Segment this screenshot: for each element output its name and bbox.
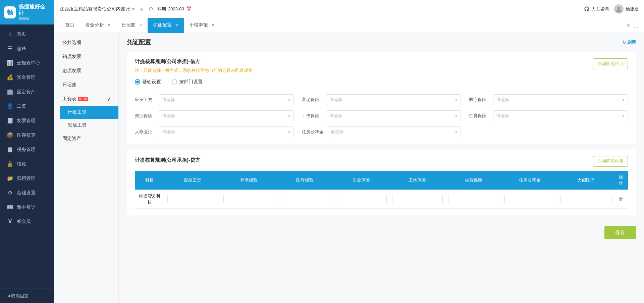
logo-text-block: 畅捷通好会计 旗舰版 <box>18 3 50 21</box>
sidebar-item-label: 基础设置 <box>17 190 36 196</box>
work-injury-arrow-icon: ∨ <box>455 113 458 118</box>
expand-tab-icon[interactable]: ⛶ <box>633 22 639 29</box>
housing-fund-table-input[interactable] <box>504 195 555 203</box>
auto-match-debit-button[interactable]: 自动匹配科目 <box>593 58 628 69</box>
credit-rules-table: 科目 应发工资 养老保险 医疗保险 失业保险 工伤保险 生育保险 住房公积金 大… <box>135 171 628 209</box>
sidebar-item-invoices[interactable]: 🧾 发票管理 <box>0 113 54 128</box>
period-value: 2023-03 <box>168 6 184 11</box>
left-panel-item-public[interactable]: 公共选项 <box>54 36 118 50</box>
table-header-row: 科目 应发工资 养老保险 医疗保险 失业保险 工伤保险 生育保险 住房公积金 大… <box>135 171 628 190</box>
company-selector[interactable]: 江西服宝精品有限责任公司内账张 ▾ <box>60 6 135 12</box>
sidebar-item-ledger[interactable]: ☰ 总账 <box>0 41 54 56</box>
tab-journal-close-icon[interactable]: ✕ <box>139 23 142 28</box>
td-work-injury-input[interactable] <box>389 190 446 209</box>
page-title: 凭证配置 <box>127 38 151 46</box>
radio-department[interactable]: 按部门设置 <box>172 79 203 85</box>
settings-gear-icon[interactable]: ⚙ <box>149 6 153 12</box>
maternity-table-input[interactable] <box>448 195 499 203</box>
right-panel: 凭证配置 ↻ 刷新 计提核算规则(公司承担)-借方 注：只能选择一种方式，系统将… <box>119 33 644 303</box>
sidebar-item-salary[interactable]: 👤 工资 <box>0 99 54 113</box>
sidebar-item-reports[interactable]: 📊 云报表中心 <box>0 56 54 70</box>
guide-icon: 📖 <box>7 204 13 210</box>
add-account-button[interactable]: ＋ <box>139 5 145 13</box>
sidebar-item-vip[interactable]: V 畅会员 <box>0 214 54 229</box>
left-panel-item-payroll-payment[interactable]: 发放工资 <box>60 119 118 132</box>
reports-icon: 📊 <box>7 60 13 66</box>
tab-funds-close-icon[interactable]: ✕ <box>107 23 111 28</box>
large-medical-table-input[interactable] <box>560 195 611 203</box>
tab-tax-close-icon[interactable]: ✕ <box>211 23 215 28</box>
period-selector[interactable]: 账期 2023-03 📅 <box>157 6 192 12</box>
auto-match-credit-button[interactable]: 自动匹配科目 <box>593 156 628 167</box>
pension-label: 养老保险 <box>302 97 322 103</box>
td-pension-input[interactable] <box>221 190 277 209</box>
sidebar-item-label: 首页 <box>17 31 26 37</box>
unemployment-label: 失业保险 <box>135 113 155 119</box>
sidebar-item-tax[interactable]: 📋 税务管理 <box>0 142 54 157</box>
section-credit-rules: 计提核算规则(公司承担)-贷方 自动匹配科目 科目 应发工资 养老保险 医疗保险… <box>127 149 636 215</box>
unemployment-select[interactable]: 请选择 ∨ <box>159 110 294 121</box>
tab-tax-label: 个税申报 <box>189 22 208 28</box>
pension-select[interactable]: 请选择 ∨ <box>326 94 461 105</box>
customer-service-button[interactable]: 🎧 人工咨询 <box>584 6 609 12</box>
save-button[interactable]: 保存 <box>604 226 636 239</box>
tab-funds-label: 资金分析 <box>85 22 104 28</box>
housing-fund-select[interactable]: 请选择 ∨ <box>328 127 461 137</box>
sidebar-item-home[interactable]: ⌂ 首页 <box>0 27 54 41</box>
pension-arrow-icon: ∨ <box>455 97 458 102</box>
base-salary-arrow-icon: ∨ <box>288 97 291 102</box>
work-injury-table-input[interactable] <box>392 195 443 203</box>
left-panel-item-fixed-assets[interactable]: 固定资产 <box>54 132 118 146</box>
user-profile-button[interactable]: 畅捷通 <box>614 4 639 14</box>
td-large-medical-input[interactable] <box>558 190 614 209</box>
radio-group: 基础设置 按部门设置 <box>135 79 253 85</box>
left-panel-group-payroll-header[interactable]: 工资表 NEW ∨ <box>54 92 118 106</box>
th-action: 操作 <box>614 171 628 190</box>
work-injury-select[interactable]: 请选择 ∨ <box>326 110 461 121</box>
radio-basic[interactable]: 基础设置 <box>135 79 161 85</box>
large-medical-select[interactable]: 请选择 ∨ <box>159 127 294 137</box>
cancel-fixed-button[interactable]: ◄取消固定 <box>7 293 48 299</box>
left-panel-item-journal[interactable]: 日记账 <box>54 78 118 92</box>
maternity-label: 生育保险 <box>469 113 489 119</box>
left-panel-group-payroll: 工资表 NEW ∨ 计提工资 发放工资 <box>54 92 118 132</box>
tab-tax-report[interactable]: 个税申报 ✕ <box>184 18 220 33</box>
medical-table-input[interactable] <box>280 195 331 203</box>
tab-home[interactable]: 首页 <box>60 18 80 33</box>
td-delete-action[interactable]: 🗑 <box>614 190 628 209</box>
tab-funds-analysis[interactable]: 资金分析 ✕ <box>80 18 116 33</box>
refresh-button[interactable]: ↻ 刷新 <box>622 39 636 45</box>
td-housing-fund-input[interactable] <box>502 190 558 209</box>
td-medical-input[interactable] <box>277 190 333 209</box>
maternity-placeholder: 请选择 <box>496 113 509 119</box>
left-panel-item-purchase-invoice[interactable]: 进项发票 <box>54 64 118 78</box>
sidebar-item-close[interactable]: 🔒 结账 <box>0 157 54 171</box>
medical-select[interactable]: 请选择 ∨ <box>493 94 628 105</box>
sidebar-item-settings[interactable]: ⚙ 基础设置 <box>0 186 54 200</box>
topbar-right: 🎧 人工咨询 畅捷通 <box>584 4 639 14</box>
work-injury-label: 工伤保险 <box>302 113 322 119</box>
new-badge: NEW <box>78 97 88 101</box>
left-panel-item-sales-invoice[interactable]: 销项发票 <box>54 50 118 64</box>
th-unemployment: 失业保险 <box>333 171 389 190</box>
td-unemployment-input[interactable] <box>333 190 389 209</box>
td-maternity-input[interactable] <box>445 190 502 209</box>
pension-table-input[interactable] <box>223 195 274 203</box>
sidebar-item-inventory[interactable]: 📦 库存核算 <box>0 128 54 142</box>
left-panel-item-payroll-accrual[interactable]: 计提工资 <box>60 106 118 119</box>
tab-voucher-close-icon[interactable]: ✕ <box>175 23 178 28</box>
form-item-work-injury: 工伤保险 请选择 ∨ <box>302 110 461 121</box>
tab-journal[interactable]: 日记账 ✕ <box>116 18 148 33</box>
unemployment-table-input[interactable] <box>336 195 387 203</box>
base-salary-select[interactable]: 请选择 ∨ <box>159 94 294 105</box>
sidebar-item-funds[interactable]: 💰 资金管理 <box>0 70 54 85</box>
tab-voucher-config[interactable]: 凭证配置 ✕ <box>148 18 184 33</box>
base-salary-table-input[interactable] <box>167 195 218 203</box>
sidebar-item-assets[interactable]: 🏢 固定资产 <box>0 85 54 99</box>
medical-placeholder: 请选择 <box>496 97 509 103</box>
maternity-select[interactable]: 请选择 ∨ <box>493 110 628 121</box>
sidebar-item-guide[interactable]: 📖 新手引导 <box>0 200 54 214</box>
td-base-salary-input[interactable] <box>165 190 221 209</box>
close-tab-icon[interactable]: ✕ <box>626 22 631 29</box>
sidebar-item-archive[interactable]: 📁 归档管理 <box>0 171 54 186</box>
